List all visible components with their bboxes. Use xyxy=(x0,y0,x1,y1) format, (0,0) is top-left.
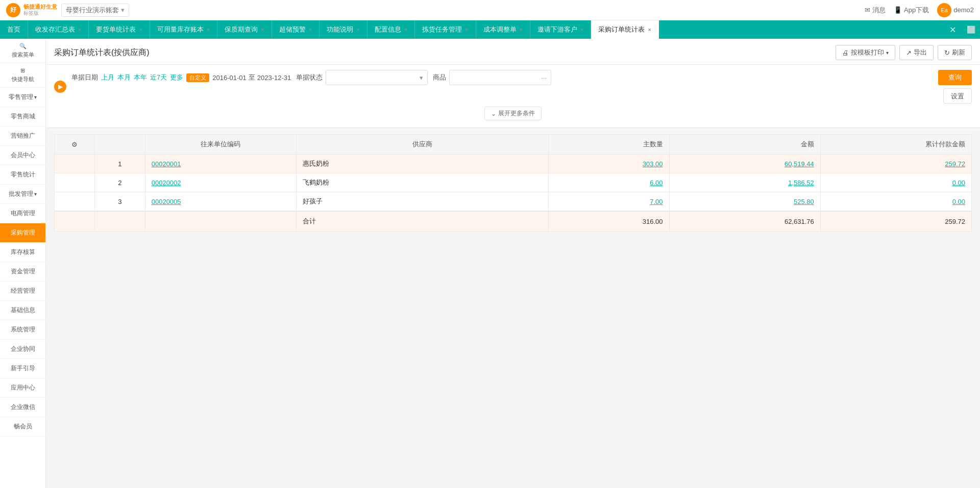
row-qty[interactable]: 7.00 xyxy=(548,192,669,212)
row-amount[interactable]: 525.80 xyxy=(669,192,820,212)
user-name: demo2 xyxy=(953,6,974,14)
row-amount-link[interactable]: 60,519.44 xyxy=(785,160,814,168)
row-qty[interactable]: 303.00 xyxy=(548,155,669,173)
sidebar-item-畅会员[interactable]: 畅会员 xyxy=(0,417,45,436)
nav-close-button[interactable]: ✕ xyxy=(943,20,962,39)
nav-tab[interactable]: 收发存汇总表 × xyxy=(28,20,89,39)
sidebar-item-批发管理[interactable]: 批发管理 ▾ xyxy=(0,185,45,204)
row-paid[interactable]: 0.00 xyxy=(820,173,971,192)
row-code-link[interactable]: 00020005 xyxy=(152,198,181,206)
row-paid-link[interactable]: 259.72 xyxy=(945,160,965,168)
nav-tab[interactable]: 可用量库存账本 × xyxy=(150,20,217,39)
nav-maximize-button[interactable]: ⬜ xyxy=(962,20,980,39)
sidebar-item-营销推广[interactable]: 营销推广 xyxy=(0,126,45,146)
row-qty[interactable]: 6.00 xyxy=(548,173,669,192)
workspace-selector[interactable]: 母婴行业演示账套 ▾ xyxy=(61,4,129,17)
sidebar-item-电商管理[interactable]: 电商管理 xyxy=(0,204,45,223)
row-qty-link[interactable]: 7.00 xyxy=(650,198,663,206)
nav-tab[interactable]: 成本调整单 × xyxy=(476,20,530,39)
sidebar-item-企业微信[interactable]: 企业微信 xyxy=(0,398,45,417)
sidebar-item-系统管理[interactable]: 系统管理 xyxy=(0,320,45,340)
nav-tab[interactable]: 功能说明 × xyxy=(320,20,367,39)
sidebar-item-应用中心[interactable]: 应用中心 xyxy=(0,378,45,398)
sidebar-item-零售管理[interactable]: 零售管理 ▾ xyxy=(0,88,45,107)
shortcut-this-month[interactable]: 本月 xyxy=(117,73,131,82)
nav-tab-close[interactable]: × xyxy=(78,27,81,33)
table-row[interactable]: 300020005好孩子7.00525.800.00 xyxy=(55,192,972,212)
sidebar-item-会员中心[interactable]: 会员中心 xyxy=(0,146,45,165)
row-paid[interactable]: 259.72 xyxy=(820,155,971,173)
export-button[interactable]: ↗ 导出 xyxy=(899,45,934,60)
nav-tab-close[interactable]: × xyxy=(309,27,312,33)
sidebar-item-基础信息[interactable]: 基础信息 xyxy=(0,301,45,320)
nav-tab-close[interactable]: × xyxy=(648,27,651,33)
shortcut-more[interactable]: 更多 xyxy=(170,73,183,82)
nav-tab[interactable]: 保质期查询 × xyxy=(217,20,272,39)
row-paid[interactable]: 0.00 xyxy=(820,192,971,212)
table-row[interactable]: 200020002飞鹤奶粉6.001,586.520.00 xyxy=(55,173,972,192)
nav-tab[interactable]: 超储预警 × xyxy=(272,20,320,39)
nav-tab-close[interactable]: × xyxy=(261,27,264,33)
sidebar-expand-arrow: ▾ xyxy=(34,94,37,100)
nav-tab-close[interactable]: × xyxy=(139,27,142,33)
row-paid-link[interactable]: 0.00 xyxy=(952,179,965,187)
sidebar-item-零售统计[interactable]: 零售统计 xyxy=(0,165,45,185)
sidebar-item-库存核算[interactable]: 库存核算 xyxy=(0,243,45,262)
row-amount-link[interactable]: 525.80 xyxy=(794,198,814,206)
table-row[interactable]: 100020001惠氏奶粉303.0060,519.44259.72 xyxy=(55,155,972,173)
sidebar-item-经营管理[interactable]: 经营管理 xyxy=(0,281,45,301)
goods-more-icon[interactable]: ··· xyxy=(541,74,547,82)
status-label: 单据状态 xyxy=(296,73,323,82)
app-download-btn[interactable]: 📱 App下载 xyxy=(894,6,929,15)
refresh-button[interactable]: ↻ 刷新 xyxy=(938,45,972,60)
sidebar-item-资金管理[interactable]: 资金管理 xyxy=(0,262,45,281)
shortcut-last-month[interactable]: 上月 xyxy=(101,73,114,82)
nav-tab-close[interactable]: × xyxy=(356,27,359,33)
user-area[interactable]: Ea demo2 xyxy=(937,3,974,17)
top-bar-right: ✉ 消息 📱 App下载 Ea demo2 xyxy=(865,3,974,17)
row-code[interactable]: 00020002 xyxy=(145,173,296,192)
sidebar-item-search[interactable]: 🔍 搜索英单 xyxy=(0,39,45,63)
row-amount[interactable]: 1,586.52 xyxy=(669,173,820,192)
row-paid-link[interactable]: 0.00 xyxy=(952,198,965,206)
row-code-link[interactable]: 00020001 xyxy=(152,160,181,168)
expand-button[interactable]: ⌄ 展开更多条件 xyxy=(484,107,542,120)
nav-tab-close[interactable]: × xyxy=(404,27,407,33)
sidebar-item-采购管理[interactable]: 采购管理 xyxy=(0,223,45,243)
row-qty-link[interactable]: 6.00 xyxy=(650,179,663,187)
template-print-button[interactable]: 🖨 按模板打印 ▾ xyxy=(836,45,895,60)
row-code[interactable]: 00020005 xyxy=(145,192,296,212)
sidebar-item-quick[interactable]: ⊞ 快捷导航 xyxy=(0,63,45,88)
collapse-toggle[interactable]: ▶ xyxy=(54,81,66,93)
row-amount-link[interactable]: 1,586.52 xyxy=(788,179,814,187)
sidebar-item-零售商城[interactable]: 零售商城 xyxy=(0,107,45,126)
status-select[interactable]: ▾ xyxy=(326,70,428,85)
sidebar-item-企业协同[interactable]: 企业协同 xyxy=(0,340,45,359)
row-code[interactable]: 00020001 xyxy=(145,155,296,173)
nav-tab[interactable]: 要货单统计表 × xyxy=(89,20,150,39)
nav-tab[interactable]: 首页 xyxy=(0,20,28,39)
row-amount[interactable]: 60,519.44 xyxy=(669,155,820,173)
nav-tab-label: 拣货任务管理 xyxy=(422,25,462,34)
shortcut-7days[interactable]: 近7天 xyxy=(150,73,167,82)
nav-tab-close[interactable]: × xyxy=(520,27,523,33)
nav-tab-close[interactable]: × xyxy=(465,27,468,33)
nav-tab[interactable]: 配置信息 × xyxy=(368,20,415,39)
shortcut-this-year[interactable]: 本年 xyxy=(134,73,147,82)
nav-tab-close[interactable]: × xyxy=(580,27,583,33)
sidebar-item-新手引导[interactable]: 新手引导 xyxy=(0,359,45,378)
row-code-link[interactable]: 00020002 xyxy=(152,179,181,187)
search-button[interactable]: 查询 xyxy=(938,70,972,85)
summary-paid: 259.72 xyxy=(820,211,971,232)
filter-settings-button[interactable]: 设置 xyxy=(943,88,972,104)
row-qty-link[interactable]: 303.00 xyxy=(643,160,663,168)
nav-tab[interactable]: 采购订单统计表 × xyxy=(591,20,658,39)
goods-input[interactable] xyxy=(454,74,541,82)
nav-tab[interactable]: 邀请下游客户 × xyxy=(530,20,591,39)
sidebar-item-label: 应用中心 xyxy=(11,383,35,392)
message-btn[interactable]: ✉ 消息 xyxy=(865,6,886,15)
print-dropdown-icon: ▾ xyxy=(886,50,889,56)
sidebar-item-label: 库存核算 xyxy=(11,248,35,256)
nav-tab-close[interactable]: × xyxy=(207,27,210,33)
nav-tab[interactable]: 拣货任务管理 × xyxy=(415,20,476,39)
